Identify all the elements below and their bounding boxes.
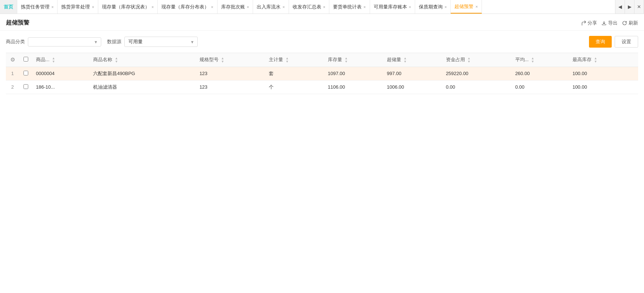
datasource-select[interactable]: 可用量 ▾: [124, 37, 198, 47]
main-content: 超储预警 分享 导出 刷新 商品: [0, 14, 644, 293]
tab-label: 拣货任务管理: [21, 4, 50, 10]
row-stock: 1106.00: [324, 80, 383, 94]
col-capital[interactable]: 资金占用 ▲▼: [442, 53, 512, 67]
close-icon[interactable]: ×: [363, 5, 366, 9]
nav-next-button[interactable]: ▶: [625, 0, 634, 14]
topbar: 首页 拣货任务管理 × 拣货异常处理 × 现存量（库存状况表） × 现存量（库存…: [0, 0, 644, 14]
topbar-item-overstock[interactable]: 超储预警 ×: [451, 0, 482, 14]
col-spec[interactable]: 规格型号 ▲▼: [196, 53, 265, 67]
table-header-row: ⚙ 商品... ▲▼ 商品名称 ▲▼ 规格型号 ▲▼: [6, 53, 638, 67]
row-checkbox[interactable]: [23, 84, 28, 89]
col-checkbox: [19, 53, 32, 67]
row-max-stock: 100.00: [569, 67, 638, 80]
topbar-home[interactable]: 首页: [0, 0, 17, 14]
sort-icon: ▲▼: [467, 57, 471, 63]
row-unit: 套: [265, 67, 324, 80]
tab-label: 出入库流水: [257, 4, 281, 10]
settings-button[interactable]: 设置: [615, 36, 638, 48]
close-icon[interactable]: ×: [323, 5, 325, 9]
tab-label: 现存量（库存分布表）: [161, 4, 209, 10]
share-icon: [581, 21, 586, 26]
col-product-code[interactable]: 商品... ▲▼: [32, 53, 89, 67]
close-icon[interactable]: ×: [444, 5, 447, 9]
export-button[interactable]: 导出: [601, 20, 618, 26]
col-label: 平均...: [515, 57, 529, 62]
col-stock[interactable]: 库存量 ▲▼: [324, 53, 383, 67]
nav-arrows: ◀ ▶ ✕: [615, 0, 644, 14]
gear-icon[interactable]: ⚙: [10, 56, 15, 63]
refresh-icon: [622, 21, 627, 26]
col-unit[interactable]: 主计量 ▲▼: [265, 53, 324, 67]
table-body: 1 0000004 六配套新昌490BPG 123 套 1097.00 997.…: [6, 67, 638, 94]
topbar-item-stock-dist[interactable]: 现存量（库存分布表） ×: [158, 0, 217, 14]
sort-icon: ▲▼: [531, 57, 534, 63]
sort-icon: ▲▼: [594, 57, 597, 63]
home-label: 首页: [4, 4, 13, 10]
row-spec: 123: [196, 80, 265, 94]
close-icon[interactable]: ×: [282, 5, 285, 9]
topbar-item-inout[interactable]: 出入库流水 ×: [253, 0, 289, 14]
category-filter: 商品分类 ▾: [6, 37, 101, 47]
row-num: 2: [6, 80, 19, 94]
row-product-name: 机油滤清器: [89, 80, 196, 94]
refresh-button[interactable]: 刷新: [622, 20, 638, 26]
row-capital: 0.00: [442, 80, 512, 94]
sort-icon: ▲▼: [403, 57, 407, 63]
sort-icon: ▲▼: [221, 57, 224, 63]
col-label: 规格型号: [200, 57, 219, 62]
sort-icon: ▲▼: [286, 57, 289, 63]
overstock-table: ⚙ 商品... ▲▼ 商品名称 ▲▼ 规格型号 ▲▼: [6, 53, 638, 94]
datasource-label: 数据源: [107, 38, 121, 45]
row-product-code: 0000004: [32, 67, 89, 80]
close-icon[interactable]: ×: [51, 5, 54, 9]
share-label: 分享: [588, 20, 597, 26]
share-button[interactable]: 分享: [581, 20, 597, 26]
tab-label: 可用量库存账本: [374, 4, 407, 10]
row-max-stock: 100.00: [569, 80, 638, 94]
topbar-item-collect[interactable]: 收发存汇总表 ×: [289, 0, 329, 14]
export-label: 导出: [608, 20, 618, 26]
row-checkbox[interactable]: [23, 71, 28, 75]
filter-actions: 查询 设置: [589, 36, 638, 48]
topbar-item-task-mgmt[interactable]: 拣货任务管理 ×: [17, 0, 58, 14]
close-icon[interactable]: ×: [151, 5, 154, 9]
topbar-item-quality[interactable]: 保质期查询 ×: [415, 0, 451, 14]
row-avg: 260.00: [512, 67, 569, 80]
select-all-checkbox[interactable]: [23, 57, 28, 62]
row-product-code: 186-10...: [32, 80, 89, 94]
topbar-item-requisition[interactable]: 要货单统计表 ×: [329, 0, 370, 14]
nav-close-button[interactable]: ✕: [634, 0, 644, 14]
topbar-item-abnormal[interactable]: 拣货异常处理 ×: [58, 0, 98, 14]
col-max-stock[interactable]: 最高库存 ▲▼: [569, 53, 638, 67]
close-icon[interactable]: ×: [247, 5, 249, 9]
col-label: 资金占用: [446, 57, 465, 62]
nav-prev-button[interactable]: ◀: [615, 0, 625, 14]
col-avg[interactable]: 平均... ▲▼: [512, 53, 569, 67]
table-wrapper: ⚙ 商品... ▲▼ 商品名称 ▲▼ 规格型号 ▲▼: [0, 53, 644, 94]
col-label: 超储量: [387, 57, 401, 62]
tab-label: 收发存汇总表: [293, 4, 321, 10]
table-row: 2 186-10... 机油滤清器 123 个 1106.00 1006.00 …: [6, 80, 638, 94]
category-label: 商品分类: [6, 38, 25, 45]
close-icon[interactable]: ×: [92, 5, 94, 9]
col-label: 商品...: [36, 57, 50, 62]
category-value: [32, 39, 33, 45]
topbar-item-stock-status[interactable]: 现存量（库存状况表） ×: [98, 0, 158, 14]
tab-label: 要货单统计表: [333, 4, 362, 10]
query-button[interactable]: 查询: [589, 36, 612, 48]
close-icon[interactable]: ×: [211, 5, 213, 9]
col-overstock[interactable]: 超储量 ▲▼: [383, 53, 442, 67]
tab-label: 保质期查询: [419, 4, 443, 10]
topbar-item-batch[interactable]: 库存批次账 ×: [217, 0, 253, 14]
tab-label: 库存批次账: [221, 4, 245, 10]
close-icon[interactable]: ×: [475, 4, 477, 9]
row-spec: 123: [196, 67, 265, 80]
topbar-item-available[interactable]: 可用量库存账本 ×: [370, 0, 415, 14]
page-title: 超储预警: [6, 19, 29, 27]
row-unit: 个: [265, 80, 324, 94]
close-icon[interactable]: ×: [409, 5, 411, 9]
category-select[interactable]: ▾: [28, 37, 101, 47]
col-product-name[interactable]: 商品名称 ▲▼: [89, 53, 196, 67]
row-product-name: 六配套新昌490BPG: [89, 67, 196, 80]
filter-row: 商品分类 ▾ 数据源 可用量 ▾ 查询 设置: [0, 31, 644, 53]
